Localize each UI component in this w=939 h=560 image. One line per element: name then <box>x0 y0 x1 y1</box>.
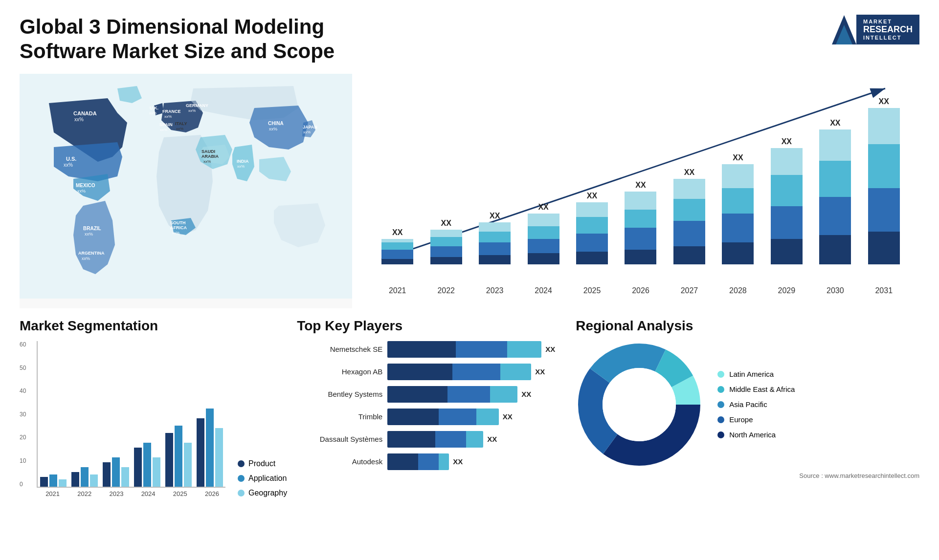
player-bar <box>387 409 499 425</box>
seg-bar <box>81 467 89 487</box>
seg-bar-group-2023 <box>103 457 129 487</box>
apac-label: Asia Pacific <box>729 400 767 409</box>
bar-value-2022: XX <box>441 219 451 228</box>
apac-dot <box>717 401 724 408</box>
seg-bar <box>121 467 129 487</box>
player-bar-seg <box>387 409 439 425</box>
svg-text:xx%: xx% <box>77 189 86 194</box>
bar-seg <box>819 161 851 197</box>
player-value: XX <box>545 345 555 353</box>
seg-bar <box>49 474 57 487</box>
player-value: XX <box>453 457 463 466</box>
player-row: TrimbleXX <box>297 409 566 425</box>
bar-group-2024: XX <box>522 203 564 264</box>
bar-group-2031: XX <box>863 97 905 264</box>
bar-seg <box>576 202 608 217</box>
bar-group-2028: XX <box>717 153 759 264</box>
svg-text:ARGENTINA: ARGENTINA <box>78 251 105 256</box>
chart-x-labels: 2021202220232024202520262027202820292030… <box>372 286 910 295</box>
bar-seg <box>673 179 705 199</box>
player-bar <box>387 364 531 380</box>
bar-stack-2021 <box>381 239 413 264</box>
bar-value-2028: XX <box>733 153 743 162</box>
player-name: Autodesk <box>297 457 382 466</box>
bar-seg <box>819 197 851 235</box>
svg-text:ITALY: ITALY <box>175 121 187 126</box>
svg-text:AFRICA: AFRICA <box>170 225 187 230</box>
svg-text:SAUDI: SAUDI <box>201 149 215 154</box>
legend-application: Application <box>238 474 287 483</box>
bar-stack-2022 <box>430 230 462 264</box>
bar-seg <box>722 188 754 214</box>
bar-group-2027: XX <box>669 168 710 264</box>
player-bar-seg <box>387 453 418 470</box>
svg-text:xx%: xx% <box>203 159 211 164</box>
players-title: Top Key Players <box>297 318 566 334</box>
player-bar-wrap: XX <box>387 386 566 403</box>
bar-seg <box>771 239 803 264</box>
bar-chart: XXXXXXXXXXXXXXXXXXXXXX <box>372 79 910 284</box>
bar-groups: XXXXXXXXXXXXXXXXXXXXXX <box>372 79 910 264</box>
player-bar-seg <box>476 409 499 425</box>
seg-bar <box>197 418 204 487</box>
bar-seg <box>819 235 851 264</box>
bar-group-2021: XX <box>377 228 418 264</box>
player-bar-seg <box>490 386 517 403</box>
player-bar-wrap: XX <box>387 453 566 470</box>
bar-group-2025: XX <box>571 192 613 264</box>
bar-seg <box>673 199 705 221</box>
bar-stack-2031 <box>868 108 900 264</box>
player-bar-wrap: XX <box>387 409 566 425</box>
bar-seg <box>868 144 900 188</box>
player-bar-seg <box>500 364 531 380</box>
bar-stack-2025 <box>576 202 608 264</box>
bar-seg <box>528 226 559 239</box>
bar-stack-2030 <box>819 129 851 264</box>
geography-dot <box>238 490 245 496</box>
bar-seg <box>479 242 511 255</box>
player-bar-seg <box>439 409 476 425</box>
player-value: XX <box>521 390 531 398</box>
player-bar-wrap: XX <box>387 431 566 448</box>
svg-text:MEXICO: MEXICO <box>76 183 95 188</box>
canada-label: CANADA <box>73 110 97 116</box>
player-row: Bentley SystemsXX <box>297 386 566 403</box>
seg-x-label-2025: 2025 <box>167 490 194 497</box>
player-bar-seg <box>418 453 439 470</box>
seg-y-axis: 0 10 20 30 40 50 60 <box>20 341 26 488</box>
player-bar-seg <box>435 431 466 448</box>
bar-value-2030: XX <box>830 119 840 128</box>
regional-title: Regional Analysis <box>576 318 919 334</box>
svg-text:INDIA: INDIA <box>237 159 249 164</box>
x-label-2029: 2029 <box>766 286 807 295</box>
player-name: Dassault Systèmes <box>297 435 382 443</box>
page-container: Global 3 Dimensional Modeling Software M… <box>0 0 939 560</box>
bar-seg <box>381 242 413 250</box>
player-bar <box>387 453 449 470</box>
x-label-2028: 2028 <box>717 286 759 295</box>
seg-bar <box>165 433 173 487</box>
svg-text:xx%: xx% <box>172 231 179 235</box>
product-dot <box>238 460 245 467</box>
player-row: Hexagon ABXX <box>297 364 566 380</box>
bar-seg <box>479 255 511 264</box>
bar-seg <box>576 217 608 233</box>
bar-seg <box>771 175 803 206</box>
logo-line3: INTELLECT <box>863 35 913 41</box>
reg-legend-mea: Middle East & Africa <box>717 385 795 393</box>
bar-value-2029: XX <box>782 137 792 146</box>
player-row: Nemetschek SEXX <box>297 341 566 358</box>
bar-seg <box>625 228 656 250</box>
bar-group-2026: XX <box>620 181 661 264</box>
header: Global 3 Dimensional Modeling Software M… <box>20 15 919 64</box>
seg-x-label-2024: 2024 <box>135 490 162 497</box>
page-title: Global 3 Dimensional Modeling Software M… <box>20 15 362 64</box>
player-name: Hexagon AB <box>297 367 382 376</box>
bar-seg <box>381 250 413 259</box>
svg-text:xx%: xx% <box>269 127 277 131</box>
seg-bar <box>215 428 223 487</box>
player-bar-seg <box>456 341 507 358</box>
bar-seg <box>479 232 511 242</box>
latin-label: Latin America <box>729 370 774 378</box>
na-label: North America <box>729 431 776 439</box>
